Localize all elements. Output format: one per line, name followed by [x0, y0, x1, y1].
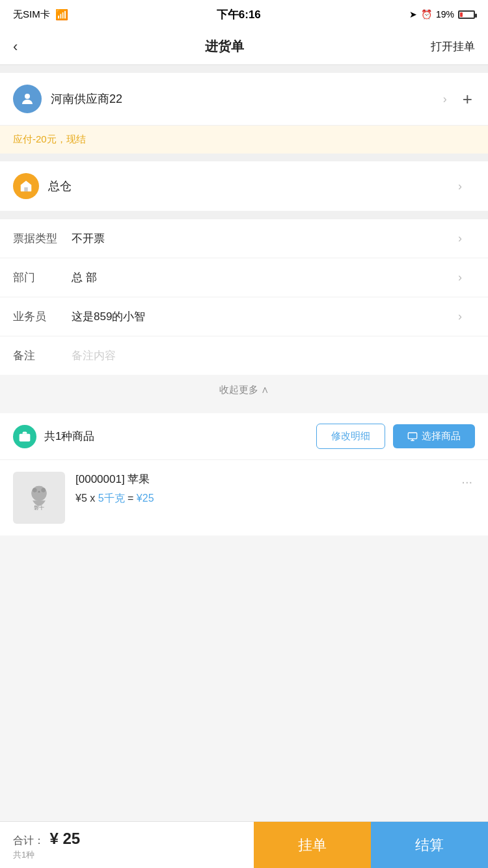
product-name: [0000001] 苹果 — [75, 472, 459, 487]
remark-input[interactable]: 备注内容 — [72, 348, 475, 363]
collapse-bar[interactable]: 收起更多 ∧ — [0, 375, 488, 405]
svg-rect-2 — [20, 433, 31, 441]
edit-detail-button[interactable]: 修改明细 — [316, 424, 385, 449]
nav-bar: ‹ 进货单 打开挂单 — [0, 29, 488, 65]
remark-row[interactable]: 备注 备注内容 — [0, 336, 488, 375]
warehouse-section: 总仓 › — [0, 161, 488, 211]
warehouse-name: 总仓 — [48, 178, 458, 194]
invoice-label: 票据类型 — [13, 231, 72, 246]
select-icon — [407, 431, 418, 442]
bottom-bar: 合计： ¥ 25 共1种 挂单 结算 — [0, 821, 488, 868]
status-bar: 无SIM卡 📶 下午6:16 ➤ ⏰ 19% — [0, 0, 488, 29]
open-hang-button[interactable]: 打开挂单 — [431, 39, 475, 54]
battery-icon — [458, 10, 475, 19]
warehouse-icon — [13, 173, 39, 199]
dept-chevron-icon: › — [458, 271, 462, 284]
wifi-icon: 📶 — [55, 8, 68, 21]
svg-point-6 — [33, 488, 37, 493]
alarm-icon: ⏰ — [421, 9, 432, 20]
product-more-button[interactable]: ··· — [459, 472, 475, 492]
section-gap-3 — [0, 211, 488, 219]
supplier-section: 河南供应商22 › + 应付-20元，现结 — [0, 73, 488, 154]
supplier-chevron-icon: › — [443, 92, 447, 106]
products-count: 共1种商品 — [44, 429, 316, 444]
page-title: 进货单 — [205, 38, 244, 55]
supplier-row[interactable]: 河南供应商22 › + — [0, 73, 488, 126]
status-left: 无SIM卡 📶 — [13, 8, 68, 21]
dept-value: 总 部 — [72, 270, 458, 285]
svg-point-7 — [41, 488, 46, 493]
products-icon — [13, 425, 36, 448]
collapse-label: 收起更多 ∧ — [219, 384, 269, 395]
notice-bar: 应付-20元，现结 — [0, 126, 488, 154]
location-icon: ➤ — [409, 9, 417, 20]
svg-rect-3 — [408, 433, 416, 439]
dept-row[interactable]: 部门 总 部 › — [0, 258, 488, 297]
battery-percent: 19% — [436, 9, 454, 20]
section-gap-2 — [0, 154, 488, 161]
svg-point-0 — [25, 94, 30, 99]
products-section: 共1种商品 修改明细 选择商品 磐十 [0000001] — [0, 413, 488, 536]
hang-button[interactable]: 挂单 — [254, 822, 371, 869]
products-header: 共1种商品 修改明细 选择商品 — [0, 413, 488, 460]
product-item: 磐十 [0000001] 苹果 ¥5 x 5千克 = ¥25 ··· — [0, 460, 488, 536]
product-code: [0000001] — [75, 473, 125, 485]
sales-row[interactable]: 业务员 这是859的小智 › — [0, 297, 488, 336]
dept-label: 部门 — [13, 270, 72, 285]
add-button[interactable]: + — [460, 89, 475, 109]
form-section: 票据类型 不开票 › 部门 总 部 › 业务员 这是859的小智 › 备注 备注… — [0, 219, 488, 375]
total-amount: ¥ 25 — [49, 830, 80, 847]
product-info: [0000001] 苹果 ¥5 x 5千克 = ¥25 — [75, 472, 459, 506]
carrier-label: 无SIM卡 — [13, 8, 50, 21]
total-section: 合计： ¥ 25 共1种 — [0, 830, 254, 861]
status-time: 下午6:16 — [217, 7, 261, 22]
remark-label: 备注 — [13, 348, 72, 363]
warehouse-row[interactable]: 总仓 › — [0, 161, 488, 211]
notice-text: 应付-20元，现结 — [13, 133, 86, 144]
invoice-value: 不开票 — [72, 231, 458, 246]
back-button[interactable]: ‹ — [13, 38, 18, 55]
svg-point-5 — [31, 486, 46, 501]
sales-chevron-icon: › — [458, 310, 462, 323]
product-thumbnail: 磐十 — [13, 472, 65, 524]
product-qty: 5千克 — [98, 493, 125, 504]
product-price: ¥5 x 5千克 = ¥25 — [75, 492, 459, 506]
total-count: 共1种 — [13, 849, 241, 861]
supplier-avatar — [13, 85, 42, 113]
product-image-placeholder: 磐十 — [23, 481, 55, 514]
invoice-chevron-icon: › — [458, 232, 462, 245]
invoice-row[interactable]: 票据类型 不开票 › — [0, 219, 488, 258]
supplier-name: 河南供应商22 — [51, 91, 443, 107]
section-gap-1 — [0, 65, 488, 73]
sales-value: 这是859的小智 — [72, 309, 458, 324]
product-total: ¥25 — [137, 493, 154, 504]
bottom-spacer — [0, 536, 488, 588]
status-right: ➤ ⏰ 19% — [409, 9, 475, 20]
sales-label: 业务员 — [13, 309, 72, 324]
warehouse-chevron-icon: › — [458, 180, 462, 193]
svg-rect-1 — [24, 187, 28, 191]
select-product-button[interactable]: 选择商品 — [393, 424, 475, 448]
total-label: 合计： — [13, 835, 44, 846]
select-product-label: 选择商品 — [422, 430, 461, 442]
checkout-button[interactable]: 结算 — [371, 822, 488, 869]
svg-text:磐十: 磐十 — [34, 504, 44, 511]
product-title: 苹果 — [128, 473, 150, 485]
